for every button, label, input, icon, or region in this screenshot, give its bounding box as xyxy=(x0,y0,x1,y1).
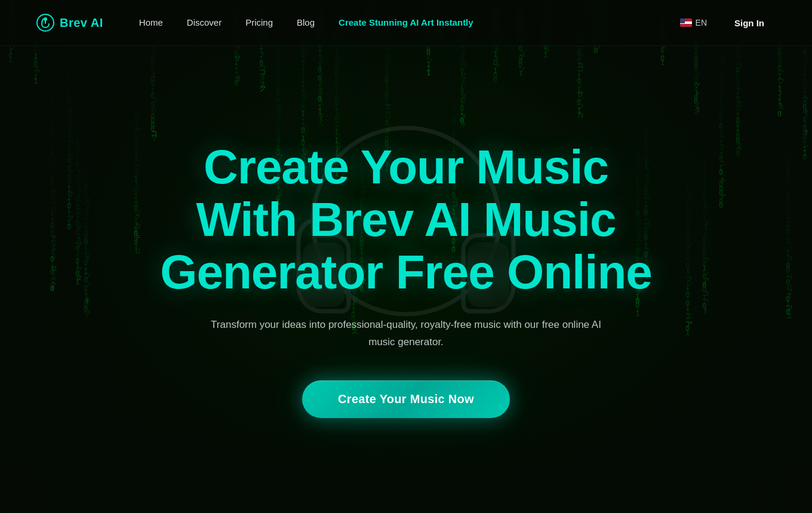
nav-link-blog[interactable]: Blog xyxy=(297,17,315,27)
cta-button[interactable]: Create Your Music Now xyxy=(302,380,510,418)
nav-link-discover[interactable]: Discover xyxy=(187,17,222,27)
navbar: Brev AI Home Discover Pricing Blog Creat… xyxy=(0,0,812,46)
nav-link-pricing[interactable]: Pricing xyxy=(245,17,273,27)
signin-button[interactable]: Sign In xyxy=(722,13,776,33)
nav-item-blog[interactable]: Blog xyxy=(297,17,315,28)
logo-text: Brev AI xyxy=(60,16,103,30)
hero-subtitle: Transform your ideas into professional-q… xyxy=(197,317,615,351)
hero-title-line1: Create Your Music xyxy=(204,140,608,193)
language-button[interactable]: EN xyxy=(674,14,713,31)
logo-link[interactable]: Brev AI xyxy=(36,13,103,32)
hero-section: Create Your Music With Brev AI Music Gen… xyxy=(0,46,812,513)
nav-item-discover[interactable]: Discover xyxy=(187,17,222,28)
nav-right: EN Sign In xyxy=(674,13,776,33)
nav-item-pricing[interactable]: Pricing xyxy=(245,17,273,28)
lang-code: EN xyxy=(696,18,707,27)
hero-title: Create Your Music With Brev AI Music Gen… xyxy=(160,141,652,299)
logo-icon xyxy=(36,13,55,32)
nav-item-create-art[interactable]: Create Stunning AI Art Instantly xyxy=(339,17,473,28)
nav-item-home[interactable]: Home xyxy=(139,17,163,28)
nav-links: Home Discover Pricing Blog Create Stunni… xyxy=(139,17,674,28)
flag-icon xyxy=(680,19,692,27)
nav-link-home[interactable]: Home xyxy=(139,17,163,27)
hero-title-line3: Generator Free Online xyxy=(160,245,652,299)
nav-link-create-art[interactable]: Create Stunning AI Art Instantly xyxy=(339,17,473,27)
hero-title-line2: With Brev AI Music xyxy=(196,193,616,246)
